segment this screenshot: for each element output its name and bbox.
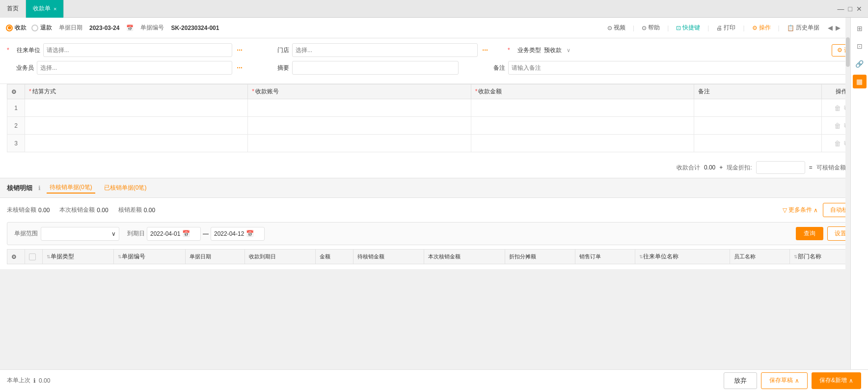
- select-all-checkbox[interactable]: [29, 253, 36, 260]
- date-label: 单据日期: [59, 24, 82, 32]
- calendar-from-icon[interactable]: 📅: [182, 230, 190, 237]
- close-icon[interactable]: ✕: [856, 5, 862, 13]
- unverified-label: 未核销金额: [7, 206, 36, 214]
- tab-receipt[interactable]: 收款单 ×: [26, 0, 64, 18]
- bottom-bar: 本单上次 ℹ 0.00 放弃 保存草稿 ∧ 保存&新增 ∧: [0, 369, 868, 391]
- form-row-1: * 往来单位 ··· 门店 ··· * 业务类型 预收款 ∨: [7, 43, 861, 57]
- calendar-to-icon[interactable]: 📅: [246, 230, 254, 237]
- table-gear-header[interactable]: ⚙: [7, 84, 25, 99]
- gear-icon: ⚙: [11, 88, 17, 95]
- remark-cell-2[interactable]: [694, 117, 822, 135]
- save-new-label: 保存&新增: [819, 376, 847, 385]
- help-btn[interactable]: ⊙ 帮助: [639, 23, 662, 33]
- sidebar-link-icon[interactable]: 🔗: [853, 57, 867, 71]
- delete-row-3-icon[interactable]: 🗑: [834, 140, 841, 147]
- pending-tab[interactable]: 待核销单据(0笔): [47, 182, 95, 194]
- filter-row: 单据范围 ∨ 到期日 2022-04-01 📅 — 2022-04-12 📅: [7, 222, 861, 245]
- account-cell-2[interactable]: [248, 117, 471, 135]
- sidebar-cursor-icon[interactable]: ▦: [853, 75, 867, 88]
- remark-input[interactable]: [508, 61, 861, 75]
- more-conditions-btn[interactable]: ▽ 更多条件 ∧: [783, 206, 818, 214]
- date-from-input[interactable]: 2022-04-01 📅: [147, 227, 201, 241]
- business-type-label: 业务类型: [514, 46, 541, 55]
- maximize-icon[interactable]: □: [848, 5, 852, 13]
- amount-cell-3[interactable]: [471, 135, 694, 152]
- range-label: 单据范围: [14, 229, 38, 238]
- staff-input[interactable]: [37, 61, 232, 75]
- shop-input-field[interactable]: [296, 47, 474, 54]
- ops-btn[interactable]: ⚙ 操作: [750, 23, 773, 33]
- partner-more-icon[interactable]: ···: [237, 46, 243, 54]
- shop-input[interactable]: [292, 43, 478, 57]
- scroll-thumb[interactable]: [846, 37, 850, 67]
- save-draft-arrow-icon: ∧: [795, 377, 799, 384]
- amount-cell-2[interactable]: [471, 117, 694, 135]
- remark-cell-1[interactable]: [694, 99, 822, 117]
- sidebar-image-icon[interactable]: ⊡: [853, 39, 867, 53]
- account-cell-3[interactable]: [248, 135, 471, 152]
- query-button[interactable]: 查询: [796, 227, 823, 240]
- info-icon: ℹ: [38, 185, 41, 192]
- table-row: 3 🗑 ⧉: [7, 135, 861, 152]
- business-type-required: *: [508, 47, 510, 54]
- range-select[interactable]: ∨: [41, 227, 119, 241]
- save-draft-button[interactable]: 保存草稿 ∧: [761, 372, 808, 389]
- delete-row-1-icon[interactable]: 🗑: [834, 104, 841, 112]
- staff-input-field[interactable]: [40, 64, 229, 71]
- summary-input-field[interactable]: [296, 64, 455, 71]
- partner-input[interactable]: [43, 43, 233, 57]
- minimize-icon[interactable]: —: [838, 5, 844, 13]
- shop-more-icon[interactable]: ···: [482, 46, 488, 54]
- toolbar: 收款 退款 单据日期 2023-03-24 📅 单据编号 SK-20230324…: [0, 18, 868, 38]
- tab-home[interactable]: 首页: [0, 0, 26, 18]
- date-to-input[interactable]: 2022-04-12 📅: [211, 227, 265, 241]
- tab-close-icon[interactable]: ×: [54, 6, 56, 12]
- radio-refund[interactable]: 退款: [31, 24, 52, 32]
- next-btn[interactable]: ▶: [835, 23, 841, 32]
- date-from-value: 2022-04-01: [150, 230, 180, 237]
- print-btn[interactable]: 🖨 打印: [714, 23, 738, 33]
- row-num-2: 2: [7, 117, 25, 135]
- history-btn[interactable]: 📋 历史单据: [785, 23, 822, 33]
- amount-cell-1[interactable]: [471, 99, 694, 117]
- table-row: 2 🗑 ⧉: [7, 117, 861, 135]
- remark-cell-3[interactable]: [694, 135, 822, 152]
- calendar-icon[interactable]: 📅: [126, 25, 134, 31]
- remark-input-field[interactable]: [512, 64, 858, 71]
- date-value[interactable]: 2023-03-24: [89, 25, 119, 31]
- summary-input[interactable]: [292, 61, 459, 75]
- account-cell-1[interactable]: [248, 99, 471, 117]
- radio-dot-refund: [31, 25, 38, 31]
- completed-tab[interactable]: 已核销单据(0笔): [101, 183, 150, 193]
- radio-receipt[interactable]: 收款: [6, 24, 27, 32]
- partner-input-field[interactable]: [47, 47, 229, 54]
- settlement-cell-2[interactable]: [25, 117, 248, 135]
- save-new-button[interactable]: 保存&新增 ∧: [812, 372, 861, 389]
- date-to-value: 2022-04-12: [214, 230, 244, 237]
- delete-row-2-icon[interactable]: 🗑: [834, 122, 841, 130]
- scroll-indicator: [845, 18, 850, 369]
- video-icon: ⊙: [607, 25, 612, 31]
- settlement-cell-3[interactable]: [25, 135, 248, 152]
- settlement-cell-1[interactable]: [25, 99, 248, 117]
- business-type-arrow[interactable]: ∨: [567, 47, 570, 54]
- video-btn[interactable]: ⊙ 视频: [605, 23, 628, 33]
- filter-icon: ▽: [783, 207, 787, 214]
- radio-dot-receipt: [6, 25, 13, 31]
- shortcut-btn[interactable]: ⊡ 快捷键: [674, 23, 703, 33]
- bottom-info-value: 0.00: [39, 377, 50, 384]
- col-sales-order: 销售订单: [575, 250, 635, 264]
- table-row: 1 🗑 ⧉: [7, 99, 861, 117]
- bottom-info: 本单上次 ℹ 0.00: [7, 376, 50, 385]
- staff-more-icon[interactable]: ···: [237, 64, 243, 72]
- save-new-arrow-icon: ∧: [849, 377, 853, 384]
- sidebar-table-icon[interactable]: ⊞: [853, 22, 867, 35]
- discount-input[interactable]: [756, 161, 805, 174]
- bottom-info-icon: ℹ: [33, 377, 36, 384]
- abandon-button[interactable]: 放弃: [724, 372, 757, 389]
- date-range-field: 到期日 2022-04-01 📅 — 2022-04-12 📅: [127, 227, 265, 241]
- col-gear[interactable]: ⚙: [7, 250, 25, 264]
- staff-field: 业务员 ···: [7, 61, 243, 75]
- partner-label: 往来单位: [13, 46, 40, 55]
- prev-btn[interactable]: ◀: [827, 23, 834, 32]
